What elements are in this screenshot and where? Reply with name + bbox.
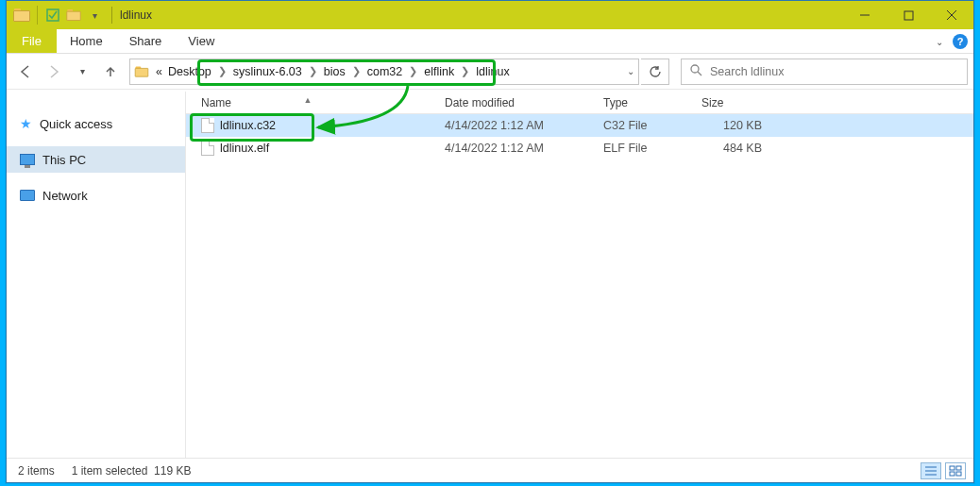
qat-customize-dropdown[interactable]: ▾ [85,5,104,25]
status-selection-size: 119 KB [154,464,191,478]
address-bar[interactable]: « Desktop ❯ syslinux-6.03 ❯ bios ❯ com32… [129,59,639,85]
quick-access-toolbar: ▾ [7,5,104,25]
help-icon[interactable]: ? [953,34,968,49]
separator [37,6,38,25]
table-row[interactable]: ldlinux.c32 4/14/2022 1:12 AM C32 File 1… [186,114,973,137]
star-icon: ★ [20,116,32,131]
close-button[interactable] [930,1,973,29]
address-folder-icon [130,65,153,78]
ribbon-expand-icon[interactable]: ⌄ [936,37,943,47]
file-date: 4/14/2022 1:12 AM [430,119,588,132]
search-icon [689,63,702,80]
maximize-button[interactable] [887,1,930,29]
file-type: C32 File [588,119,686,132]
content-area: ★ Quick access This PC Network ▲Name Dat… [7,92,973,458]
navigation-pane: ★ Quick access This PC Network [7,92,186,458]
file-name: ldlinux.elf [220,142,269,155]
svg-rect-12 [950,472,955,476]
up-button[interactable] [97,59,124,85]
recent-locations-dropdown[interactable]: ▾ [69,59,95,85]
file-icon [201,118,214,133]
tab-share[interactable]: Share [116,29,176,53]
table-row[interactable]: ldlinux.elf 4/14/2022 1:12 AM ELF File 4… [186,137,973,159]
qat-properties-icon[interactable] [43,5,62,25]
qat-new-folder-icon[interactable] [64,5,83,25]
svg-rect-10 [950,466,955,470]
titlebar: ▾ ldlinux [7,1,973,29]
separator [111,7,112,24]
navigation-bar: ▾ « Desktop ❯ syslinux-6.03 ❯ bios ❯ com… [7,54,973,90]
crumb-ldlinux[interactable]: ldlinux [473,65,512,78]
file-size: 484 KB [686,142,781,155]
file-type: ELF File [588,142,686,155]
column-type[interactable]: Type [588,96,686,109]
crumb-desktop[interactable]: Desktop [165,65,214,78]
search-box[interactable] [681,59,968,85]
tab-home[interactable]: Home [57,29,116,53]
chevron-right-icon[interactable]: ❯ [305,65,321,77]
column-name[interactable]: ▲Name [186,96,430,109]
chevron-right-icon[interactable]: ❯ [405,65,421,77]
nav-label: Quick access [40,117,112,131]
nav-quick-access[interactable]: ★ Quick access [7,110,185,137]
search-input[interactable] [708,64,959,79]
refresh-button[interactable] [641,59,669,85]
ribbon: File Home Share View ⌄ ? [7,29,973,54]
chevron-right-icon[interactable]: ❯ [457,65,473,77]
svg-rect-2 [904,11,913,20]
status-item-count: 2 items [18,464,55,478]
column-date[interactable]: Date modified [430,96,588,109]
svg-line-6 [698,72,701,75]
crumb-elflink[interactable]: elflink [421,65,457,78]
status-bar: 2 items 1 item selected 119 KB [7,458,973,482]
file-date: 4/14/2022 1:12 AM [430,142,588,155]
column-headers: ▲Name Date modified Type Size [186,92,973,114]
svg-rect-11 [956,466,961,470]
back-button[interactable] [12,59,39,85]
status-selection: 1 item selected [72,464,148,478]
column-size[interactable]: Size [686,96,781,109]
nav-label: Network [42,189,88,203]
chevron-right-icon[interactable]: ❯ [214,65,230,77]
details-view-button[interactable] [921,462,941,479]
file-name: ldlinux.c32 [220,119,276,132]
file-list: ▲Name Date modified Type Size ldlinux.c3… [186,92,973,458]
crumb-overflow[interactable]: « [153,65,165,78]
window-title: ldlinux [120,8,152,22]
explorer-window: ▾ ldlinux File Home Share View ⌄ ? ▾ « D… [6,0,974,483]
file-size: 120 KB [686,119,781,132]
nav-network[interactable]: Network [7,182,185,209]
crumb-bios[interactable]: bios [321,65,348,78]
svg-rect-13 [956,472,961,476]
monitor-icon [20,154,35,165]
minimize-button[interactable] [843,1,887,29]
nav-this-pc[interactable]: This PC [7,146,185,173]
chevron-right-icon[interactable]: ❯ [348,65,364,77]
file-tab[interactable]: File [7,29,57,53]
tab-view[interactable]: View [175,29,228,53]
crumb-syslinux[interactable]: syslinux-6.03 [230,65,305,78]
svg-rect-0 [47,9,59,21]
nav-label: This PC [42,153,86,167]
sort-asc-icon: ▲ [304,95,313,105]
address-dropdown[interactable]: ⌄ [627,59,634,84]
forward-button[interactable] [41,59,67,85]
crumb-com32[interactable]: com32 [364,65,406,78]
thumbnails-view-button[interactable] [945,462,966,479]
app-folder-icon [12,5,31,25]
network-icon [20,190,35,201]
svg-point-5 [691,65,699,73]
file-icon [201,141,214,156]
